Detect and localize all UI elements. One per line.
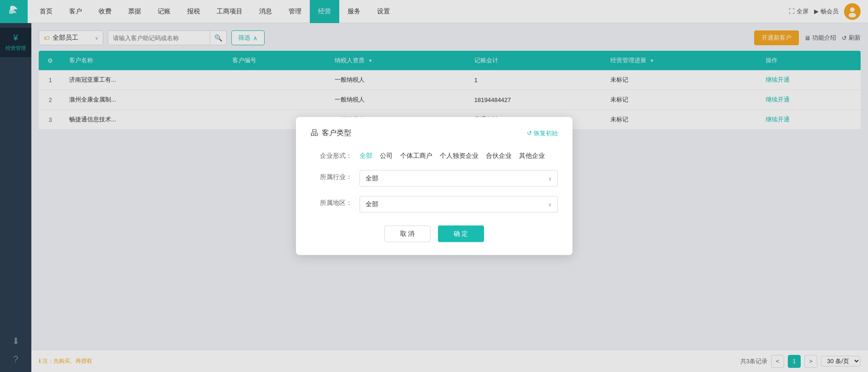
region-row: 所属地区： 全部 ∨ — [311, 196, 558, 213]
filter-modal: 品 客户类型 ↺ 恢复初始 企业形式： 全部 公司 个体工商户 个人独资企业 合… — [296, 117, 573, 255]
biz-option-individual[interactable]: 个体工商户 — [400, 151, 432, 161]
biz-form-row: 企业形式： 全部 公司 个体工商户 个人独资企业 合伙企业 其他企业 — [311, 149, 558, 161]
cancel-button[interactable]: 取 消 — [384, 226, 431, 242]
region-select[interactable]: 全部 ∨ — [360, 196, 558, 213]
industry-select-wrapper: 全部 ∨ — [360, 170, 558, 187]
region-select-wrapper: 全部 ∨ — [360, 196, 558, 213]
confirm-button[interactable]: 确 定 — [438, 226, 484, 242]
biz-option-other[interactable]: 其他企业 — [519, 151, 545, 161]
reset-icon: ↺ — [527, 130, 532, 137]
modal-header: 品 客户类型 ↺ 恢复初始 — [311, 128, 558, 138]
industry-row: 所属行业： 全部 ∨ — [311, 170, 558, 187]
biz-form-options: 全部 公司 个体工商户 个人独资企业 合伙企业 其他企业 — [360, 149, 558, 161]
biz-option-company[interactable]: 公司 — [380, 151, 393, 161]
modal-reset-button[interactable]: ↺ 恢复初始 — [527, 129, 558, 137]
modal-title-icon: 品 — [311, 128, 318, 138]
industry-chevron-icon: ∨ — [548, 175, 552, 181]
biz-option-all[interactable]: 全部 — [360, 151, 372, 161]
region-select-value: 全部 — [366, 200, 378, 209]
biz-option-sole[interactable]: 个人独资企业 — [440, 151, 478, 161]
modal-footer: 取 消 确 定 — [311, 226, 558, 242]
region-label: 所属地区： — [311, 196, 352, 207]
reset-label: 恢复初始 — [534, 129, 558, 137]
industry-select[interactable]: 全部 ∨ — [360, 170, 558, 187]
biz-form-label: 企业形式： — [311, 149, 352, 160]
region-chevron-icon: ∨ — [548, 201, 552, 207]
industry-label: 所属行业： — [311, 170, 352, 181]
modal-title: 品 客户类型 — [311, 128, 351, 138]
industry-select-value: 全部 — [366, 174, 378, 183]
biz-option-partnership[interactable]: 合伙企业 — [486, 151, 512, 161]
modal-title-text: 客户类型 — [322, 128, 351, 138]
